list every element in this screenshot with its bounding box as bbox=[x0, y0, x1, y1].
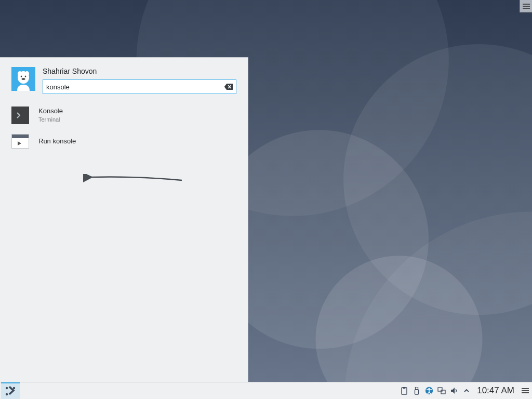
svg-point-7 bbox=[13, 387, 15, 389]
search-input[interactable] bbox=[46, 80, 223, 94]
run-command-icon bbox=[11, 132, 29, 150]
svg-point-3 bbox=[21, 76, 22, 77]
taskbar-panel: 10:47 AM bbox=[0, 382, 532, 399]
volume-icon[interactable] bbox=[450, 387, 458, 395]
svg-rect-15 bbox=[438, 388, 442, 391]
hamburger-icon bbox=[523, 4, 530, 9]
search-field-wrap bbox=[43, 79, 236, 94]
svg-rect-16 bbox=[441, 390, 445, 394]
username-label: Shahriar Shovon bbox=[43, 67, 236, 75]
network-icon[interactable] bbox=[437, 387, 446, 395]
panel-clock[interactable]: 10:47 AM bbox=[475, 385, 516, 396]
hamburger-icon bbox=[522, 388, 529, 393]
svg-point-8 bbox=[6, 393, 8, 395]
svg-rect-10 bbox=[403, 387, 406, 389]
user-avatar[interactable] bbox=[11, 67, 35, 91]
result-konsole[interactable]: Konsole Terminal bbox=[11, 102, 236, 128]
usb-icon[interactable] bbox=[413, 387, 421, 395]
accessibility-icon[interactable] bbox=[425, 387, 433, 395]
application-launcher: Shahriar Shovon Konsole Terminal bbox=[0, 57, 248, 382]
svg-point-2 bbox=[25, 71, 29, 76]
clipboard-icon[interactable] bbox=[400, 387, 408, 395]
clear-search-button[interactable] bbox=[223, 82, 234, 91]
svg-point-14 bbox=[429, 388, 430, 389]
konsole-icon bbox=[11, 107, 29, 124]
launcher-header: Shahriar Shovon bbox=[0, 58, 248, 98]
result-run-konsole[interactable]: Run konsole bbox=[11, 128, 236, 154]
svg-point-4 bbox=[25, 76, 26, 77]
system-tray bbox=[400, 387, 471, 395]
kde-logo-icon bbox=[4, 386, 17, 396]
svg-point-5 bbox=[22, 78, 25, 80]
result-desc: Terminal bbox=[38, 116, 63, 123]
svg-point-1 bbox=[18, 71, 22, 76]
tray-expand-icon[interactable] bbox=[462, 387, 471, 395]
result-name: Run konsole bbox=[38, 137, 76, 146]
desktop-menu-button[interactable] bbox=[520, 0, 532, 12]
result-name: Konsole bbox=[38, 107, 63, 116]
annotation-arrow bbox=[83, 174, 187, 187]
svg-rect-11 bbox=[416, 387, 418, 390]
app-launcher-button[interactable] bbox=[1, 382, 20, 399]
backspace-icon bbox=[224, 83, 233, 90]
svg-rect-12 bbox=[415, 390, 419, 394]
panel-menu-button[interactable] bbox=[521, 386, 530, 395]
search-results: Konsole Terminal Run konsole bbox=[0, 98, 248, 154]
svg-point-6 bbox=[6, 387, 8, 389]
